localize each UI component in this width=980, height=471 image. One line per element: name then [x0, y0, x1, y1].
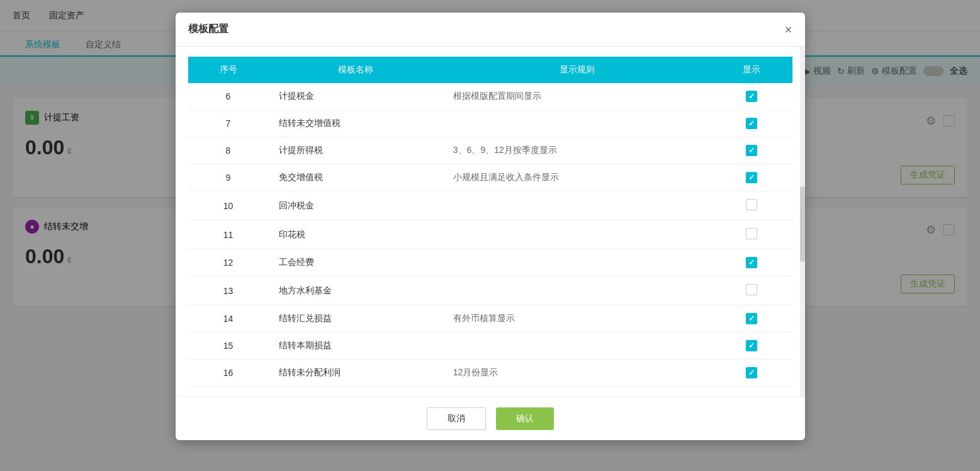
row-rule	[443, 220, 712, 249]
table-row: 13地方水利基金	[188, 276, 792, 305]
row-rule: 小规模且满足收入条件显示	[443, 164, 712, 191]
table-row: 11印花税	[188, 220, 792, 249]
row-display	[711, 137, 792, 164]
row-name: 印花税	[269, 220, 443, 249]
row-rule: 12月份显示	[443, 360, 712, 387]
row-display	[711, 191, 792, 220]
row-checkbox[interactable]	[746, 284, 757, 295]
row-name: 结转汇兑损益	[269, 305, 443, 332]
row-checkbox[interactable]	[746, 91, 757, 102]
row-rule: 有外币核算显示	[443, 305, 712, 332]
row-display	[711, 164, 792, 191]
modal-body: 序号 模板名称 显示规则 显示 6计提税金根据模版配置期间显示7结转未交增值税8…	[176, 47, 805, 397]
row-display	[711, 360, 792, 387]
row-rule	[443, 110, 712, 137]
row-checkbox[interactable]	[746, 257, 757, 268]
row-checkbox[interactable]	[746, 228, 757, 239]
row-checkbox[interactable]	[746, 313, 757, 324]
row-display	[711, 83, 792, 110]
table-body: 6计提税金根据模版配置期间显示7结转未交增值税8计提所得税3、6、9、12月按季…	[188, 83, 792, 387]
row-display	[711, 110, 792, 137]
table-row: 6计提税金根据模版配置期间显示	[188, 83, 792, 110]
row-name: 免交增值税	[269, 164, 443, 191]
col-header-name: 模板名称	[269, 57, 443, 83]
modal-overlay: 模板配置 × 序号 模板名称 显示规则 显示 6计提税金根据模版配置期间显	[0, 0, 980, 471]
row-rule	[443, 249, 712, 276]
row-checkbox[interactable]	[746, 172, 757, 183]
table-header-row: 序号 模板名称 显示规则 显示	[188, 57, 792, 83]
row-name: 结转未交增值税	[269, 110, 443, 137]
table-row: 8计提所得税3、6、9、12月按季度显示	[188, 137, 792, 164]
row-name: 计提税金	[269, 83, 443, 110]
table-row: 14结转汇兑损益有外币核算显示	[188, 305, 792, 332]
row-name: 工会经费	[269, 249, 443, 276]
row-name: 回冲税金	[269, 191, 443, 220]
row-rule	[443, 332, 712, 360]
row-id: 13	[188, 276, 269, 305]
table-row: 9免交增值税小规模且满足收入条件显示	[188, 164, 792, 191]
table-row: 7结转未交增值税	[188, 110, 792, 137]
col-header-rule: 显示规则	[443, 57, 712, 83]
row-display	[711, 249, 792, 276]
row-rule: 根据模版配置期间显示	[443, 83, 712, 110]
config-table: 序号 模板名称 显示规则 显示 6计提税金根据模版配置期间显示7结转未交增值税8…	[188, 57, 792, 387]
row-name: 计提所得税	[269, 137, 443, 164]
row-checkbox[interactable]	[746, 145, 757, 156]
row-checkbox[interactable]	[746, 199, 757, 210]
row-id: 7	[188, 110, 269, 137]
modal-body-wrapper: 序号 模板名称 显示规则 显示 6计提税金根据模版配置期间显示7结转未交增值税8…	[176, 47, 805, 397]
row-name: 结转本期损益	[269, 332, 443, 360]
table-row: 15结转本期损益	[188, 332, 792, 360]
modal-header: 模板配置 ×	[176, 13, 805, 47]
template-config-modal: 模板配置 × 序号 模板名称 显示规则 显示 6计提税金根据模版配置期间显	[176, 13, 805, 440]
row-rule: 3、6、9、12月按季度显示	[443, 137, 712, 164]
row-display	[711, 220, 792, 249]
row-checkbox[interactable]	[746, 367, 757, 378]
modal-title: 模板配置	[188, 23, 228, 36]
row-display	[711, 305, 792, 332]
row-display	[711, 332, 792, 360]
col-header-display: 显示	[711, 57, 792, 83]
table-header: 序号 模板名称 显示规则 显示	[188, 57, 792, 83]
row-rule	[443, 191, 712, 220]
row-id: 14	[188, 305, 269, 332]
row-rule	[443, 276, 712, 305]
row-id: 8	[188, 137, 269, 164]
modal-close-button[interactable]: ×	[785, 23, 792, 36]
row-id: 10	[188, 191, 269, 220]
table-row: 16结转未分配利润12月份显示	[188, 360, 792, 387]
row-id: 9	[188, 164, 269, 191]
row-name: 地方水利基金	[269, 276, 443, 305]
row-checkbox[interactable]	[746, 340, 757, 351]
row-checkbox[interactable]	[746, 118, 757, 129]
row-id: 16	[188, 360, 269, 387]
table-row: 12工会经费	[188, 249, 792, 276]
row-id: 11	[188, 220, 269, 249]
confirm-button[interactable]: 确认	[496, 407, 554, 430]
row-name: 结转未分配利润	[269, 360, 443, 387]
cancel-button[interactable]: 取消	[427, 407, 486, 430]
row-id: 15	[188, 332, 269, 360]
scrollbar-thumb[interactable]	[800, 186, 805, 262]
row-display	[711, 276, 792, 305]
table-row: 10回冲税金	[188, 191, 792, 220]
col-header-id: 序号	[188, 57, 269, 83]
row-id: 12	[188, 249, 269, 276]
row-id: 6	[188, 83, 269, 110]
scrollbar-track[interactable]	[800, 47, 805, 397]
modal-footer: 取消 确认	[176, 397, 805, 440]
